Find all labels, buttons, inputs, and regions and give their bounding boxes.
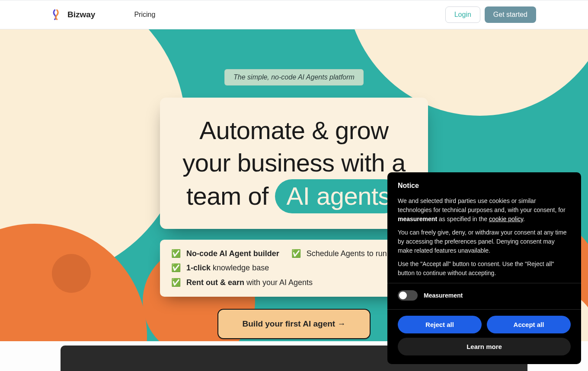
cookie-text: as specified in the [437, 216, 489, 222]
feature-bold: No-code AI Agent builder [186, 249, 279, 258]
learn-more-button[interactable]: Learn more [398, 338, 571, 355]
feature-item: ✅ No-code AI Agent builder [171, 247, 279, 261]
check-icon: ✅ [171, 249, 181, 258]
brand-name: Bizway [67, 10, 95, 19]
get-started-button[interactable]: Get started [485, 6, 536, 23]
nav-links: Pricing [134, 11, 155, 19]
cookie-title: Notice [398, 182, 571, 190]
feature-bold: Rent out & earn [186, 278, 244, 287]
reject-all-button[interactable]: Reject all [398, 316, 482, 333]
cookie-button-row: Reject all Accept all [398, 316, 571, 333]
hero-heading-pill: AI agents [275, 179, 402, 213]
feature-rest: knowledge base [211, 263, 269, 272]
build-agent-cta-button[interactable]: Build your first AI agent → [217, 309, 371, 339]
check-icon: ✅ [291, 249, 301, 258]
accept-all-button[interactable]: Accept all [487, 316, 571, 333]
cookie-paragraph: Use the "Accept all" button to consent. … [398, 260, 571, 278]
check-icon: ✅ [171, 263, 181, 272]
feature-item: ✅ Rent out & earn with your AI Agents [171, 276, 313, 290]
toggle-knob [399, 292, 407, 299]
feature-item: ✅ 1-click knowledge base [171, 261, 269, 275]
nav-link-pricing[interactable]: Pricing [134, 11, 155, 19]
cookie-policy-link[interactable]: cookie policy [489, 216, 523, 222]
cookie-paragraph: You can freely give, deny, or withdraw y… [398, 228, 571, 255]
hero-heading: Automate & grow your business with a tea… [173, 114, 415, 213]
divider [387, 309, 581, 310]
nav-actions: Login Get started [445, 6, 536, 23]
brand-logo-icon [52, 9, 61, 20]
measurement-toggle[interactable] [398, 290, 418, 301]
measurement-row: Measurement [398, 289, 571, 304]
brand[interactable]: Bizway [52, 9, 95, 20]
divider [387, 283, 581, 283]
hero-chip: The simple, no-code AI Agents platform [224, 69, 364, 86]
check-icon: ✅ [171, 278, 181, 287]
measurement-label: Measurement [424, 292, 463, 299]
feature-rest: with your AI Agents [244, 278, 313, 287]
cookie-text-bold: measurement [398, 216, 437, 222]
cookie-paragraph: We and selected third parties use cookie… [398, 197, 571, 224]
login-button[interactable]: Login [445, 6, 480, 23]
feature-bold: 1-click [186, 263, 211, 272]
cookie-text: We and selected third parties use cookie… [398, 197, 566, 213]
cookie-consent-panel: Notice We and selected third parties use… [387, 172, 581, 364]
top-nav: Bizway Pricing Login Get started [0, 0, 588, 29]
cookie-text: . [523, 216, 525, 222]
